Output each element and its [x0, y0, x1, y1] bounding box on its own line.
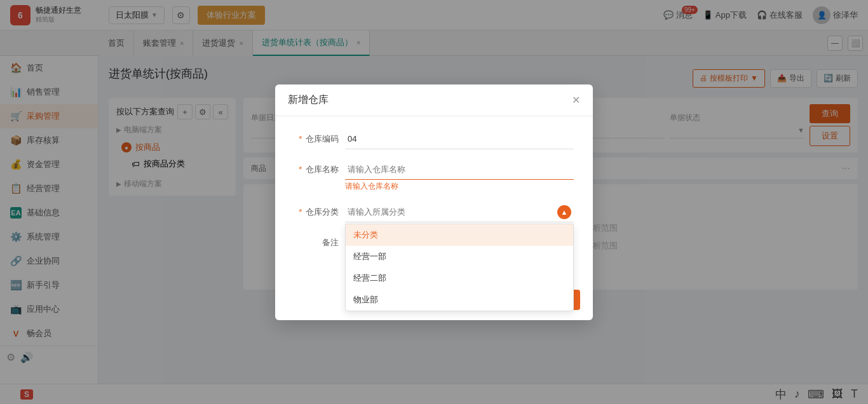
- name-required-mark: *: [299, 165, 302, 174]
- category-input[interactable]: [345, 202, 574, 222]
- category-select-wrapper: ▲: [345, 202, 574, 222]
- category-dropdown-toggle[interactable]: ▲: [557, 205, 571, 219]
- category-label: * 仓库分类: [294, 202, 345, 222]
- code-control: [345, 129, 574, 149]
- name-input[interactable]: [345, 159, 574, 180]
- code-label: * 仓库编码: [294, 129, 345, 149]
- category-dropdown-list: 未分类 经营一部 经营二部 物业部: [345, 224, 574, 311]
- code-required-mark: *: [299, 134, 302, 144]
- modal-title: 新增仓库: [288, 93, 329, 107]
- modal-body: * 仓库编码 * 仓库名称 请输入仓库名称: [275, 116, 593, 282]
- dropdown-option-dept1[interactable]: 经营一部: [346, 246, 573, 267]
- modal-add-warehouse: 新增仓库 ✕ * 仓库编码 * 仓库名称: [275, 84, 593, 320]
- form-row-name: * 仓库名称 请输入仓库名称: [294, 159, 574, 192]
- category-required-mark: *: [299, 207, 302, 217]
- category-control: ▲ 未分类 经营一部 经营二部 物业部: [345, 202, 574, 222]
- dropdown-option-dept2[interactable]: 经营二部: [346, 267, 573, 289]
- modal-header: 新增仓库 ✕: [275, 84, 593, 116]
- code-input[interactable]: [345, 129, 574, 149]
- notes-label: 备注: [294, 232, 345, 253]
- dropdown-option-property[interactable]: 物业部: [346, 289, 573, 311]
- modal-overlay[interactable]: 新增仓库 ✕ * 仓库编码 * 仓库名称: [0, 0, 868, 404]
- name-control: 请输入仓库名称: [345, 159, 574, 192]
- modal-close-btn[interactable]: ✕: [572, 94, 580, 106]
- form-row-category: * 仓库分类 ▲ 未分类 经营一部 经营二部 物业部: [294, 202, 574, 222]
- name-error-msg: 请输入仓库名称: [345, 181, 574, 192]
- form-row-code: * 仓库编码: [294, 129, 574, 149]
- name-label: * 仓库名称: [294, 159, 345, 180]
- dropdown-option-uncategorized[interactable]: 未分类: [346, 224, 573, 246]
